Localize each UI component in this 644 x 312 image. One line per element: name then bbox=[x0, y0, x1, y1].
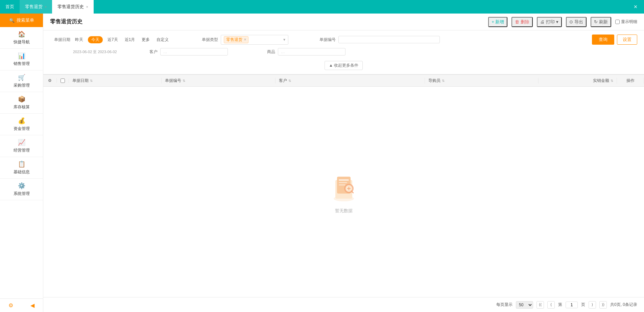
date-label: 单据日期 bbox=[50, 37, 70, 43]
sidebar-item-sales[interactable]: 📊 销售管理 bbox=[0, 49, 43, 70]
sidebar-item-inventory-label: 库存核算 bbox=[14, 104, 30, 110]
sidebar-item-purchase-label: 采购管理 bbox=[14, 83, 30, 88]
voucher-filter-group: 单据编号 bbox=[315, 36, 440, 43]
th-setting[interactable]: ⚙ bbox=[43, 78, 57, 83]
date-options: 昨天 今天 近7天 近1月 更多 自定义 bbox=[73, 36, 171, 43]
sidebar-item-purchase[interactable]: 🛒 采购管理 bbox=[0, 70, 43, 92]
empty-state: 暂无数据 bbox=[43, 87, 644, 297]
sidebar-item-basic-info-label: 基础信息 bbox=[14, 169, 30, 175]
new-button[interactable]: + 新增 bbox=[488, 17, 507, 27]
goods-label: 商品 bbox=[255, 49, 275, 55]
th-date[interactable]: 单据日期 ⇅ bbox=[69, 78, 162, 84]
page-number-input[interactable] bbox=[566, 302, 578, 308]
finance-icon: 💰 bbox=[18, 117, 25, 125]
sidebar-item-shortcut[interactable]: 🏠 快捷导航 bbox=[0, 27, 43, 49]
top-bar: 首页 零售退货 × 零售退货历史 × × bbox=[0, 0, 644, 14]
page-label: 第 bbox=[558, 302, 562, 308]
date-opt-7days[interactable]: 近7天 bbox=[105, 36, 120, 43]
first-page-button[interactable]: ⟨⟨ bbox=[536, 301, 544, 309]
export-button[interactable]: ⊙ 导出 bbox=[566, 17, 587, 27]
date-opt-today[interactable]: 今天 bbox=[88, 36, 103, 43]
next-page-button[interactable]: ⟩ bbox=[589, 301, 596, 309]
sidebar-item-shortcut-label: 快捷导航 bbox=[14, 39, 30, 45]
date-opt-more[interactable]: 更多 bbox=[140, 36, 152, 43]
date-opt-yesterday[interactable]: 昨天 bbox=[73, 36, 85, 43]
refresh-button[interactable]: ↻ 刷新 bbox=[591, 17, 611, 27]
tab-retail-return-history[interactable]: 零售退货历史 × bbox=[52, 0, 93, 14]
sidebar-item-system[interactable]: ⚙️ 系统管理 bbox=[0, 179, 43, 200]
type-tag-value: 零售退货 bbox=[226, 37, 242, 43]
th-date-label: 单据日期 bbox=[72, 78, 89, 84]
sidebar-item-operations[interactable]: 📈 经营管理 bbox=[0, 135, 43, 157]
settings-bottom-icon[interactable]: ⚙ bbox=[8, 302, 13, 309]
type-tag: 零售退货 × bbox=[224, 36, 248, 43]
th-checkbox[interactable] bbox=[57, 79, 69, 83]
th-customer[interactable]: 客户 ⇅ bbox=[276, 78, 425, 84]
select-all-checkbox[interactable] bbox=[61, 79, 65, 83]
table-header: ⚙ 单据日期 ⇅ 单据编号 ⇅ 客户 ⇅ 导购员 bbox=[43, 74, 644, 87]
basic-info-icon: 📋 bbox=[18, 160, 25, 168]
per-page-select[interactable]: 50 100 200 bbox=[516, 301, 533, 309]
collapse-sidebar-icon[interactable]: ◀ bbox=[30, 302, 34, 309]
th-amount[interactable]: 实销金额 ⇅ bbox=[539, 78, 617, 84]
show-detail-checkbox[interactable]: 显示明细 bbox=[615, 19, 637, 25]
page-header: 零售退货历史 + 新增 🗑 删除 🖨 打印 ▾ ⊙ 导出 ↻ 刷新 bbox=[43, 14, 644, 30]
system-icon: ⚙️ bbox=[18, 182, 25, 190]
close-icon: × bbox=[634, 3, 638, 10]
date-opt-custom[interactable]: 自定义 bbox=[154, 36, 171, 43]
sidebar: 🔍 搜索菜单 🏠 快捷导航 📊 销售管理 🛒 采购管理 📦 库存核算 💰 资金管… bbox=[0, 14, 43, 312]
refresh-icon: ↻ bbox=[594, 19, 598, 24]
tab-retail-return-close[interactable]: × bbox=[45, 5, 47, 9]
th-number-label: 单据编号 bbox=[165, 78, 181, 84]
th-amount-label: 实销金额 bbox=[593, 78, 609, 84]
export-icon: ⊙ bbox=[569, 19, 573, 24]
goods-filter-group: 商品 bbox=[255, 48, 345, 55]
tab-home-label: 首页 bbox=[5, 4, 14, 10]
tab-retail-return[interactable]: 零售退货 × bbox=[20, 0, 52, 14]
sidebar-item-basic-info[interactable]: 📋 基础信息 bbox=[0, 157, 43, 179]
print-dropdown-icon: ▾ bbox=[556, 19, 558, 24]
sort-guide-icon: ⇅ bbox=[442, 79, 445, 83]
collapse-button[interactable]: ▲ 收起更多条件 bbox=[325, 61, 363, 70]
sidebar-item-sales-label: 销售管理 bbox=[14, 61, 30, 67]
sales-icon: 📊 bbox=[18, 52, 25, 60]
sidebar-search[interactable]: 🔍 搜索菜单 bbox=[0, 14, 43, 27]
query-button[interactable]: 查询 bbox=[592, 35, 614, 45]
empty-icon bbox=[327, 170, 361, 204]
filter-row-1: 单据日期 昨天 今天 近7天 近1月 更多 自定义 单据类型 bbox=[50, 35, 637, 45]
sort-number-icon: ⇅ bbox=[183, 79, 185, 83]
type-dropdown[interactable]: 零售退货 × ▾ bbox=[221, 35, 288, 45]
settings-button[interactable]: 设置 bbox=[617, 35, 637, 45]
delete-button[interactable]: 🗑 删除 bbox=[511, 17, 533, 27]
page-unit: 页 bbox=[581, 302, 585, 308]
date-range-display: 2023-06-02 至 2023-06-02 bbox=[50, 49, 117, 54]
date-opt-1month[interactable]: 近1月 bbox=[123, 36, 137, 43]
show-detail-label: 显示明细 bbox=[621, 19, 637, 25]
type-label: 单据类型 bbox=[198, 37, 218, 43]
date-range-text: 2023-06-02 至 2023-06-02 bbox=[73, 49, 117, 54]
tab-retail-return-history-close[interactable]: × bbox=[86, 5, 88, 9]
voucher-label: 单据编号 bbox=[315, 37, 336, 43]
voucher-input[interactable] bbox=[338, 36, 440, 43]
pagination-bar: 每页显示 50 100 200 ⟨⟨ ⟨ 第 页 ⟩ ⟩⟩ 共0页, 0条记录 bbox=[43, 297, 644, 312]
print-button[interactable]: 🖨 打印 ▾ bbox=[537, 17, 562, 27]
th-customer-label: 客户 bbox=[279, 78, 287, 84]
prev-page-button[interactable]: ⟨ bbox=[547, 301, 555, 309]
search-icon: 🔍 bbox=[9, 18, 15, 23]
th-number[interactable]: 单据编号 ⇅ bbox=[162, 78, 276, 84]
customer-input[interactable] bbox=[160, 48, 228, 55]
main-layout: 🔍 搜索菜单 🏠 快捷导航 📊 销售管理 🛒 采购管理 📦 库存核算 💰 资金管… bbox=[0, 14, 644, 312]
last-page-button[interactable]: ⟩⟩ bbox=[599, 301, 607, 309]
sidebar-item-operations-label: 经营管理 bbox=[14, 148, 30, 153]
show-detail-input[interactable] bbox=[615, 20, 620, 24]
goods-input[interactable] bbox=[278, 48, 345, 55]
th-guide[interactable]: 导购员 ⇅ bbox=[425, 78, 539, 84]
sidebar-item-inventory[interactable]: 📦 库存核算 bbox=[0, 92, 43, 114]
type-tag-close[interactable]: × bbox=[244, 37, 246, 42]
tab-home[interactable]: 首页 bbox=[0, 0, 20, 14]
setting-icon: ⚙ bbox=[48, 78, 52, 83]
date-filter-group: 单据日期 昨天 今天 近7天 近1月 更多 自定义 bbox=[50, 36, 171, 43]
sidebar-item-finance[interactable]: 💰 资金管理 bbox=[0, 114, 43, 135]
tab-retail-return-label: 零售退货 bbox=[25, 4, 43, 10]
window-close-button[interactable]: × bbox=[627, 0, 644, 14]
